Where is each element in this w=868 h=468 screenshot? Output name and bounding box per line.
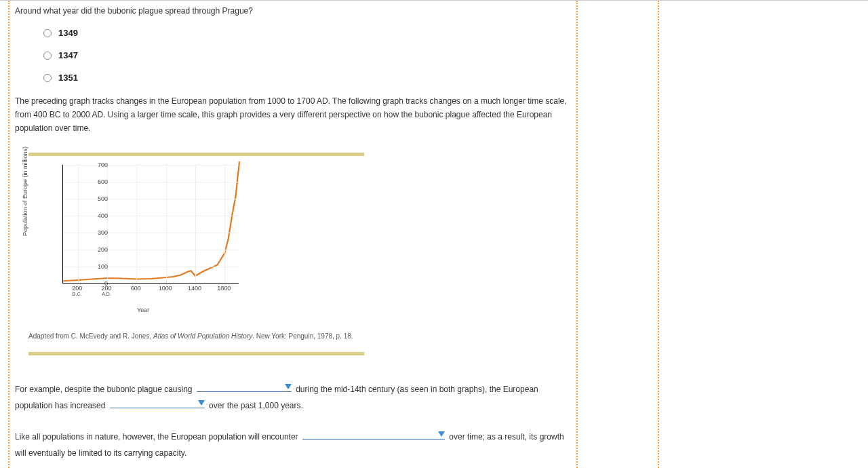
- option-1349[interactable]: 1349: [43, 28, 571, 38]
- dropdown-blank-3[interactable]: [302, 430, 445, 440]
- y-tick: 200: [87, 246, 108, 253]
- main-content-column: Around what year did the bubonic plague …: [8, 1, 578, 468]
- divider-bottom: [28, 352, 364, 355]
- citation-title: Atlas of World Population History: [153, 332, 252, 340]
- option-label: 1347: [58, 50, 78, 60]
- x-tick: 200B.C.: [67, 286, 87, 296]
- x-axis-label: Year: [137, 307, 149, 313]
- radio-icon: [43, 52, 52, 60]
- option-1351[interactable]: 1351: [43, 73, 571, 83]
- y-tick: 700: [87, 161, 108, 168]
- radio-icon: [43, 74, 52, 82]
- citation-post: . New York: Penguin, 1978, p. 18.: [252, 332, 353, 340]
- x-tick: 1000: [155, 286, 176, 292]
- y-axis-label: Population of Europe (in millions): [22, 147, 28, 236]
- population-chart: Population of Europe (in millions) Year …: [28, 161, 252, 311]
- y-tick: 600: [87, 178, 108, 185]
- intro-paragraph: The preceding graph tracks changes in th…: [15, 95, 571, 135]
- y-tick: 100: [87, 263, 108, 270]
- option-1347[interactable]: 1347: [43, 50, 571, 60]
- chevron-down-icon: [285, 384, 292, 389]
- fill-text: For example, despite the bubonic plague …: [15, 385, 195, 394]
- dropdown-blank-2[interactable]: [110, 399, 205, 408]
- chevron-down-icon: [438, 431, 445, 437]
- y-tick: 500: [87, 195, 108, 202]
- fill-paragraph-2: Like all populations in nature, however,…: [15, 429, 571, 461]
- y-tick: 400: [87, 212, 108, 219]
- dropdown-blank-1[interactable]: [197, 383, 292, 392]
- question-text: Around what year did the bubonic plague …: [15, 6, 571, 16]
- x-tick: 1400: [184, 286, 205, 292]
- radio-icon: [43, 29, 52, 37]
- chart-citation: Adapted from C. McEvedy and R. Jones, At…: [28, 332, 354, 340]
- chart-block: Population of Europe (in millions) Year …: [15, 153, 354, 355]
- option-label: 1351: [58, 73, 78, 83]
- x-tick: 1800: [214, 286, 234, 292]
- fill-text: over the past 1,000 years.: [209, 401, 303, 410]
- column-divider-right: [658, 1, 659, 468]
- fill-paragraph-1: For example, despite the bubonic plague …: [15, 381, 571, 414]
- y-tick: 300: [87, 229, 108, 236]
- divider-top: [28, 153, 364, 156]
- x-tick: 200A.D.: [96, 286, 117, 296]
- chevron-down-icon: [198, 400, 205, 406]
- answer-options: 1349 1347 1351: [43, 28, 571, 83]
- citation-pre: Adapted from C. McEvedy and R. Jones,: [28, 332, 153, 340]
- fill-text: Like all populations in nature, however,…: [15, 432, 300, 442]
- page: Around what year did the bubonic plague …: [0, 0, 868, 468]
- x-tick: 600: [125, 286, 146, 292]
- option-label: 1349: [58, 28, 78, 38]
